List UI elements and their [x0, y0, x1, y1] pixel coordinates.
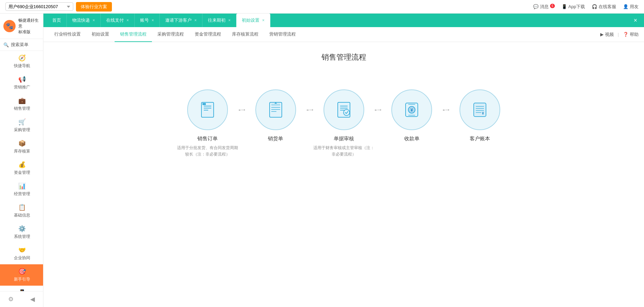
logo-icon: 🐾 — [3, 20, 16, 32]
nav-tab-invite-close[interactable]: × — [194, 18, 197, 23]
page-tab-industry[interactable]: 行业特性设置 — [49, 27, 86, 42]
nav-tab-payment[interactable]: 在线支付 × — [101, 14, 135, 27]
flow-circle-doc-review — [324, 89, 364, 130]
flow-step-receipt-title: 收款单 — [404, 136, 419, 142]
sidebar-logo: 🐾 畅捷通好生意 标准版 — [0, 14, 43, 39]
sidebar-item-app-center[interactable]: 📱 应用中心 — [0, 286, 43, 291]
sidebar-label-finance: 资金管理 — [14, 170, 30, 176]
page-tab-right: ▶ 视频 | ❓ 帮助 — [600, 32, 639, 38]
nav-tab-account-label: 账号 — [140, 17, 149, 23]
flow-step-sales-order[interactable]: 销售订单 适用于分批发货、有合同发货周期较长（注：非必要流程） — [177, 89, 238, 158]
nav-tab-logistics[interactable]: 物流快递 × — [67, 14, 101, 27]
nav-tab-init-settings[interactable]: 初始设置 × — [236, 14, 270, 27]
sidebar-label-enterprise-coop: 企业协同 — [14, 255, 30, 261]
sales-icon: 💼 — [18, 97, 26, 104]
nav-tab-payment-close[interactable]: × — [126, 18, 129, 23]
online-service-item[interactable]: 🎧 在线客服 — [592, 4, 616, 10]
help-link[interactable]: ❓ 帮助 — [623, 32, 639, 38]
help-label: 帮助 — [630, 32, 639, 38]
sidebar-item-sales[interactable]: 💼 销售管理 — [0, 94, 43, 115]
flow-step-doc-review[interactable]: 单据审核 适用于财务审核或主管审核（注：非必要流程） — [313, 89, 374, 158]
sidebar-label-sales: 销售管理 — [14, 106, 30, 111]
svg-point-14 — [344, 109, 350, 116]
main-layout: 🐾 畅捷通好生意 标准版 🔍 搜索菜单 🧭 快捷导航 📢 营销推广 💼 销售管理 — [0, 14, 644, 307]
flow-step-sales-invoice-title: 销货单 — [268, 136, 283, 142]
sidebar-bottom: ⚙ ◀ — [0, 291, 43, 307]
user-item[interactable]: 👤 用友 — [623, 4, 639, 10]
nav-tab-invite[interactable]: 邀请下游客户 × — [160, 14, 202, 27]
system-icon: ⚙️ — [18, 225, 26, 232]
logo-text: 畅捷通好生意 标准版 — [18, 18, 40, 35]
inventory-icon: 📦 — [18, 140, 26, 147]
flow-arrow-2: ···→ — [306, 106, 313, 114]
online-service-icon: 🎧 — [592, 4, 597, 9]
sidebar: 🐾 畅捷通好生意 标准版 🔍 搜索菜单 🧭 快捷导航 📢 营销推广 💼 销售管理 — [0, 14, 43, 307]
trial-button[interactable]: 体验行业方案 — [76, 2, 112, 12]
page-tab-inventory-flow-label: 库存核算流程 — [232, 31, 258, 37]
sidebar-search[interactable]: 🔍 搜索菜单 — [0, 39, 43, 51]
sidebar-item-purchase[interactable]: 🛒 采购管理 — [0, 115, 43, 136]
sidebar-item-inventory[interactable]: 📦 库存核算 — [0, 136, 43, 158]
finance-icon: 💰 — [18, 161, 26, 168]
nav-close-all[interactable]: × — [630, 17, 641, 24]
sidebar-label-quick-nav: 快捷导航 — [14, 63, 30, 69]
nav-tab-init-settings-close[interactable]: × — [262, 18, 265, 23]
svg-rect-6 — [271, 104, 280, 106]
video-link[interactable]: ▶ 视频 — [600, 32, 614, 38]
marketing-icon: 📢 — [18, 76, 26, 83]
page-tab-sales-flow[interactable]: 销售管理流程 — [115, 27, 152, 42]
message-item[interactable]: 💬 消息 6 — [533, 4, 555, 10]
sidebar-item-newbie[interactable]: 🎯 新手引导 — [0, 264, 43, 286]
purchase-icon: 🛒 — [18, 118, 26, 126]
sidebar-items: 🧭 快捷导航 📢 营销推广 💼 销售管理 🛒 采购管理 📦 库存核算 💰 — [0, 51, 43, 291]
sidebar-item-operation[interactable]: 📊 经营管理 — [0, 179, 43, 200]
collapse-icon[interactable]: ◀ — [27, 294, 38, 304]
flow-arrow-3: ···→ — [374, 106, 382, 114]
nav-tab-period-close[interactable]: × — [228, 18, 231, 23]
operation-icon: 📊 — [18, 182, 26, 190]
nav-tab-account[interactable]: 账号 × — [135, 14, 160, 27]
sidebar-item-quick-nav[interactable]: 🧭 快捷导航 — [0, 51, 43, 72]
user-select[interactable]: 用户690企业1660120507 — [5, 2, 73, 11]
flow-step-doc-review-desc: 适用于财务审核或主管审核（注：非必要流程） — [313, 145, 374, 158]
nav-tab-logistics-label: 物流快递 — [72, 17, 90, 23]
sidebar-item-marketing[interactable]: 📢 营销推广 — [0, 72, 43, 94]
message-badge: 6 — [550, 4, 555, 8]
top-bar-right: 💬 消息 6 📱 App下载 🎧 在线客服 👤 用友 — [533, 4, 639, 10]
quick-nav-icon: 🧭 — [18, 54, 26, 62]
app-download-item[interactable]: 📱 App下载 — [562, 4, 585, 10]
page-tab-init[interactable]: 初始设置 — [86, 27, 115, 42]
flow-step-doc-review-title: 单据审核 — [334, 136, 354, 142]
sidebar-item-enterprise-coop[interactable]: 🤝 企业协同 — [0, 243, 43, 264]
video-icon: ▶ — [600, 32, 604, 37]
account-icon: ¥ — [470, 100, 489, 119]
message-icon: 💬 — [533, 4, 539, 9]
nav-tab-home[interactable]: 首页 — [47, 14, 67, 27]
flow-step-sales-order-desc: 适用于分批发货、有合同发货周期较长（注：非必要流程） — [177, 145, 238, 158]
sidebar-label-newbie: 新手引导 — [14, 277, 30, 282]
content-area: 销售管理流程 销售订单 适用于分批发货、有合同发货周期较长（ — [43, 42, 644, 307]
enterprise-coop-icon: 🤝 — [18, 246, 26, 254]
sidebar-label-inventory: 库存核算 — [14, 148, 30, 154]
flow-step-receipt[interactable]: ¥ 收款单 — [381, 89, 442, 145]
settings-bottom-icon[interactable]: ⚙ — [5, 294, 16, 304]
nav-tab-account-close[interactable]: × — [152, 18, 154, 23]
flow-circle-sales-invoice — [255, 89, 296, 130]
page-tab-purchase-flow-label: 采购管理流程 — [157, 31, 184, 37]
sidebar-item-system[interactable]: ⚙️ 系统管理 — [0, 222, 43, 243]
sidebar-label-purchase: 采购管理 — [14, 127, 30, 133]
nav-tab-logistics-close[interactable]: × — [93, 18, 95, 23]
sidebar-item-basic-info[interactable]: 📋 基础信息 — [0, 200, 43, 222]
help-icon: ❓ — [623, 32, 628, 37]
flow-step-sales-invoice[interactable]: 销货单 — [245, 89, 306, 145]
flow-step-customer-account-title: 客户账本 — [470, 136, 490, 142]
svg-rect-20 — [474, 103, 486, 117]
nav-tab-period[interactable]: 往来期初 × — [202, 14, 236, 27]
page-tab-purchase-flow[interactable]: 采购管理流程 — [152, 27, 189, 42]
flow-arrow-4: ···→ — [442, 106, 449, 114]
flow-step-customer-account[interactable]: ¥ 客户账本 — [449, 89, 510, 145]
sidebar-item-finance[interactable]: 💰 资金管理 — [0, 158, 43, 179]
page-tab-inventory-flow[interactable]: 库存核算流程 — [227, 27, 264, 42]
page-tab-finance-flow[interactable]: 资金管理流程 — [189, 27, 227, 42]
page-tab-marketing-flow[interactable]: 营销管理流程 — [264, 27, 301, 42]
